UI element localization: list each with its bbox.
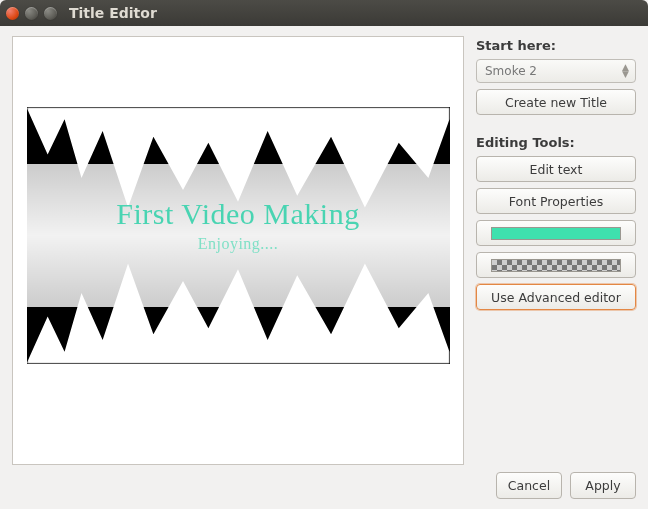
start-here-label: Start here: [476, 38, 636, 53]
apply-button[interactable]: Apply [570, 472, 636, 499]
dialog-content: First Video Making Enjoying.... Start he… [0, 26, 648, 469]
edit-text-button[interactable]: Edit text [476, 156, 636, 182]
title-preview: First Video Making Enjoying.... [12, 36, 464, 465]
template-combobox[interactable]: Smoke 2 ▲▼ [476, 59, 636, 83]
close-icon[interactable] [6, 7, 19, 20]
cancel-label: Cancel [508, 478, 550, 493]
font-properties-label: Font Properties [509, 194, 603, 209]
window-titlebar: Title Editor [0, 0, 648, 26]
minimize-icon[interactable] [25, 7, 38, 20]
chevron-updown-icon: ▲▼ [622, 64, 629, 78]
background-color-button[interactable] [476, 252, 636, 278]
use-advanced-editor-label: Use Advanced editor [491, 290, 621, 305]
title-line-1: First Video Making [48, 197, 429, 231]
foreground-color-button[interactable] [476, 220, 636, 246]
title-line-2: Enjoying.... [48, 235, 429, 253]
apply-label: Apply [585, 478, 620, 493]
background-color-swatch [491, 259, 621, 272]
window-controls [6, 7, 57, 20]
foreground-color-swatch [491, 227, 621, 240]
create-new-title-label: Create new Title [505, 95, 607, 110]
sidebar: Start here: Smoke 2 ▲▼ Create new Title … [476, 36, 636, 465]
font-properties-button[interactable]: Font Properties [476, 188, 636, 214]
edit-text-label: Edit text [530, 162, 583, 177]
window-title: Title Editor [69, 5, 157, 21]
editing-tools-label: Editing Tools: [476, 135, 636, 150]
cancel-button[interactable]: Cancel [496, 472, 562, 499]
title-text-overlay: First Video Making Enjoying.... [48, 197, 429, 253]
create-new-title-button[interactable]: Create new Title [476, 89, 636, 115]
maximize-icon[interactable] [44, 7, 57, 20]
preview-canvas: First Video Making Enjoying.... [27, 107, 450, 363]
use-advanced-editor-button[interactable]: Use Advanced editor [476, 284, 636, 310]
template-selected-value: Smoke 2 [485, 64, 537, 78]
dialog-footer: Cancel Apply [0, 469, 648, 509]
